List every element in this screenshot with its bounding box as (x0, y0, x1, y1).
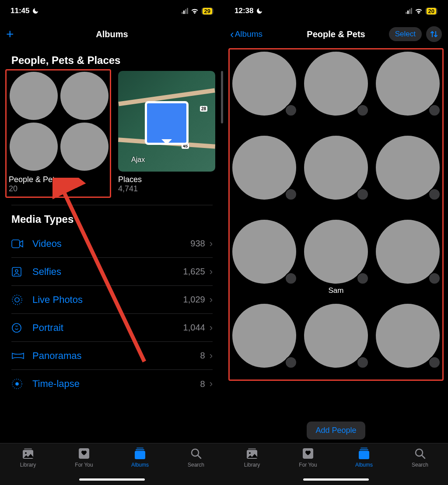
tab-albums[interactable]: Albums (344, 447, 384, 468)
svg-line-26 (422, 455, 425, 458)
status-time: 11:45 (10, 7, 29, 15)
svg-point-4 (12, 295, 22, 305)
svg-point-3 (15, 298, 19, 302)
battery-indicator: 20 (425, 7, 438, 15)
places-map-thumbnail: 28 45 Ajax (118, 71, 215, 172)
tab-library[interactable]: Library (8, 447, 48, 468)
tab-label: Search (188, 462, 204, 468)
sort-arrows-icon (430, 30, 438, 38)
favorite-badge-icon (428, 356, 441, 369)
back-button[interactable]: ‹ Albums (230, 28, 262, 40)
tab-albums[interactable]: Albums (120, 447, 160, 468)
tab-label: Library (244, 462, 260, 468)
page-title: People & Pets (307, 29, 365, 39)
map-city-label: Ajax (131, 156, 145, 164)
media-count: 1,029 (183, 295, 205, 305)
media-row-selfies[interactable]: Selfies 1,625 › (11, 258, 213, 286)
home-indicator[interactable] (303, 478, 369, 481)
face-thumbnail (232, 52, 296, 116)
svg-rect-0 (12, 240, 20, 248)
road-badge: 28 (200, 106, 207, 112)
favorite-badge-icon (285, 188, 297, 200)
chevron-right-icon: › (210, 322, 213, 334)
media-row-panoramas[interactable]: Panoramas 8 › (11, 342, 213, 370)
media-count: 1,044 (183, 323, 205, 333)
media-count: 8 (200, 379, 205, 389)
albums-content[interactable]: People, Pets & Places People & Pets 20 2… (0, 46, 224, 443)
media-row-live-photos[interactable]: Live Photos 1,029 › (11, 286, 213, 314)
albums-icon (133, 447, 147, 460)
favorite-badge-icon (357, 356, 369, 369)
svg-point-20 (249, 452, 251, 454)
tab-for-you[interactable]: For You (288, 447, 328, 468)
dnd-moon-icon (32, 7, 39, 14)
media-count: 938 (190, 239, 205, 249)
svg-point-2 (15, 270, 18, 272)
media-label: Time-lapse (27, 378, 200, 390)
section-people-pets-places: People, Pets & Places (0, 46, 224, 71)
tab-label: For You (75, 462, 93, 468)
media-row-timelapse[interactable]: Time-lapse 8 › (11, 370, 213, 398)
favorite-badge-icon (285, 104, 297, 116)
chevron-right-icon: › (210, 350, 213, 362)
face-thumbnail (304, 52, 368, 116)
tab-search[interactable]: Search (400, 447, 440, 468)
favorite-badge-icon (357, 104, 369, 116)
media-row-videos[interactable]: Videos 938 › (11, 230, 213, 258)
status-bar: 11:45 29 (0, 0, 224, 22)
svg-point-7 (16, 383, 18, 385)
svg-line-17 (198, 455, 201, 458)
nav-bar-people-pets: ‹ Albums People & Pets Select (224, 22, 448, 46)
media-label: Videos (27, 238, 190, 250)
svg-rect-15 (136, 447, 144, 449)
media-count: 8 (200, 351, 205, 361)
svg-rect-14 (136, 449, 144, 450)
dnd-moon-icon (256, 7, 263, 14)
annotation-highlight-people (5, 69, 111, 198)
add-album-button[interactable]: + (6, 27, 14, 42)
status-time: 12:38 (234, 7, 253, 15)
media-count: 1,625 (183, 267, 205, 277)
favorite-badge-icon (357, 188, 369, 200)
media-label: Panoramas (27, 350, 200, 362)
select-button[interactable]: Select (389, 27, 422, 41)
battery-percentage: 20 (427, 8, 436, 14)
media-row-portrait[interactable]: Portrait 1,044 › (11, 314, 213, 342)
favorite-badge-icon (285, 272, 297, 285)
panorama-icon (11, 352, 27, 360)
cellular-signal-icon (406, 8, 412, 14)
library-icon (245, 447, 259, 460)
chevron-right-icon: › (210, 238, 213, 250)
wifi-icon (415, 8, 423, 14)
tab-library[interactable]: Library (232, 447, 272, 468)
face-thumbnail (304, 136, 368, 200)
for-you-icon (78, 447, 90, 460)
albums-icon (357, 447, 371, 460)
search-icon (190, 447, 202, 460)
svg-rect-10 (24, 448, 32, 450)
battery-percentage: 29 (203, 8, 212, 14)
tab-label: Albums (355, 462, 373, 468)
phone-right: 12:38 20 ‹ Albums People & Pets (224, 0, 448, 485)
svg-rect-24 (360, 447, 368, 449)
library-icon (21, 447, 35, 460)
back-label: Albums (235, 29, 262, 39)
scroll-indicator[interactable] (221, 71, 223, 123)
favorite-badge-icon (428, 104, 441, 116)
tab-for-you[interactable]: For You (64, 447, 104, 468)
tab-search[interactable]: Search (176, 447, 216, 468)
tab-label: Albums (131, 462, 149, 468)
people-content[interactable]: Sam Add People (224, 46, 448, 443)
svg-rect-13 (135, 451, 145, 459)
page-title: Albums (96, 29, 128, 39)
album-places[interactable]: 28 45 Ajax Places 4,741 (118, 71, 215, 193)
media-types-list: Videos 938 › Selfies 1,625 › Live Photos… (0, 230, 224, 398)
sort-button[interactable] (426, 26, 442, 42)
tab-label: For You (299, 462, 317, 468)
home-indicator[interactable] (79, 478, 145, 481)
face-thumbnail (376, 52, 440, 116)
add-people-button[interactable]: Add People (307, 422, 365, 439)
face-thumbnail (376, 136, 440, 200)
selfie-icon (11, 267, 27, 277)
wifi-icon (191, 8, 199, 14)
